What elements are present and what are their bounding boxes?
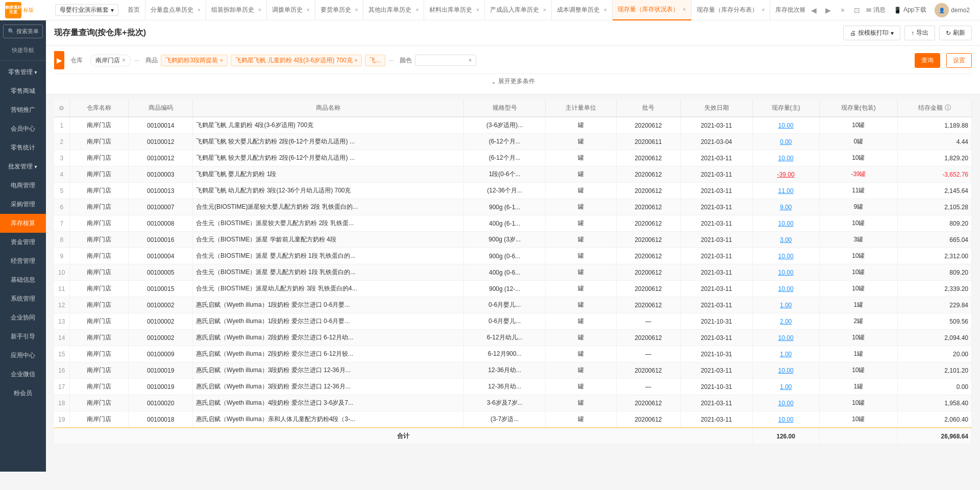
remove-icon[interactable]: × [122, 57, 126, 64]
cell-qty-main[interactable]: 10.00 [752, 362, 819, 379]
close-icon[interactable]: × [543, 7, 546, 13]
filter-expand-arrow[interactable]: ▶ [54, 51, 64, 69]
close-icon[interactable]: × [415, 7, 419, 13]
gear-icon[interactable]: ⚙ [59, 105, 64, 112]
sidebar-item-ecommerce[interactable]: 电商管理 [0, 176, 46, 195]
sidebar-item-new-guide[interactable]: 新手引导 [0, 327, 46, 346]
sidebar-item-app-center[interactable]: 应用中心 [0, 346, 46, 365]
sidebar-item-retail[interactable]: 零售管理 ▼ [0, 63, 46, 82]
sidebar-item-wholesale[interactable]: 批发管理 ▼ [0, 157, 46, 176]
cell-qty-main[interactable]: 2.00 [752, 313, 819, 330]
cell-qty-main[interactable]: 1.00 [752, 297, 819, 313]
warehouse-dropdown[interactable]: 南岸门店 × [90, 55, 131, 66]
expand-more-conditions[interactable]: ⌄ 展开更多条件 [54, 74, 972, 89]
close-icon[interactable]: × [476, 7, 479, 13]
sidebar-item-inventory[interactable]: 库存核算 [0, 214, 46, 233]
tab-split-stock[interactable]: 分量盘点单历史× [145, 0, 206, 20]
close-icon[interactable]: × [355, 7, 358, 13]
tab-close-icon[interactable]: × [838, 0, 848, 20]
tab-next-icon[interactable]: ▶ [823, 0, 834, 20]
tab-stock-status[interactable]: 现存量（库存状况表）× [612, 0, 692, 20]
message-btn[interactable]: ✉ 消息 [866, 6, 886, 14]
tab-home[interactable]: 首页 [122, 0, 145, 20]
remove-icon[interactable]: × [355, 58, 358, 63]
tab-product-in[interactable]: 产成品入库单历史× [485, 0, 552, 20]
sidebar-item-fan-member[interactable]: 粉会员 [0, 384, 46, 403]
row-num: 14 [54, 330, 69, 346]
tab-transfer[interactable]: 调拨单历史× [267, 0, 315, 20]
cell-qty-main[interactable]: 10.00 [752, 264, 819, 281]
row-num: 8 [54, 232, 69, 248]
cell-qty-main[interactable]: 10.00 [752, 150, 819, 166]
sidebar-item-enterprise-wechat[interactable]: 企业微信 [0, 365, 46, 384]
export-button[interactable]: ↑ 导出 [904, 26, 935, 40]
cell-name: 合生元（BIOSTIME）派星 婴儿配方奶粉 1段 乳铁蛋白的... [193, 264, 464, 281]
sidebar-item-retail-shop[interactable]: 零售商城 [0, 82, 46, 101]
cell-qty-main[interactable]: 9.00 [752, 199, 819, 215]
color-select[interactable]: ▾ [415, 55, 476, 66]
cell-qty-main[interactable]: 10.00 [752, 330, 819, 346]
cell-qty-main[interactable]: 1.00 [752, 346, 819, 362]
close-icon[interactable]: × [762, 7, 765, 13]
close-icon[interactable]: × [604, 7, 607, 13]
app-download-btn[interactable]: 📱 App下载 [894, 6, 926, 14]
close-icon[interactable]: × [258, 7, 261, 13]
col-qty-main: 现存量(主) [752, 100, 819, 117]
cell-unit: 罐 [546, 232, 616, 248]
close-icon[interactable]: × [198, 7, 201, 13]
sidebar-item-purchase[interactable]: 采购管理 [0, 195, 46, 214]
sidebar-item-retail-stats[interactable]: 零售统计 [0, 138, 46, 157]
col-qty-pkg: 现存量(包装) [819, 100, 898, 117]
tab-cost-adjust[interactable]: 成本调整单历史× [552, 0, 612, 20]
cell-qty-main[interactable]: 10.00 [752, 248, 819, 264]
tab-batch-ledger[interactable]: 库存批次账× [770, 0, 805, 20]
settings-button[interactable]: 设置 [946, 53, 972, 68]
cell-unit: 罐 [546, 313, 616, 330]
table-row: 4 南岸门店 00100003 飞鹤星飞帆 婴儿配方奶粉 1段 1段(0-6个.… [54, 166, 972, 183]
cell-qty-main[interactable]: 1.00 [752, 379, 819, 395]
cell-qty-main[interactable]: 10.00 [752, 281, 819, 297]
sidebar-item-marketing[interactable]: 营销推广 [0, 101, 46, 119]
sidebar-shortcut-btn[interactable]: 快捷导航 [0, 42, 46, 58]
sidebar-item-operations[interactable]: 经营管理 [0, 252, 46, 271]
cell-qty-main[interactable]: 10.00 [752, 395, 819, 411]
sidebar-item-finance[interactable]: 资金管理 [0, 233, 46, 252]
cell-qty-main[interactable]: 3.00 [752, 232, 819, 248]
tab-other-out[interactable]: 其他出库单历史× [363, 0, 424, 20]
sidebar-item-basics[interactable]: 基础信息 [0, 271, 46, 289]
cell-expire: 2021-03-11 [680, 215, 752, 232]
tab-expand-icon[interactable]: ⊡ [852, 0, 862, 20]
cell-code: 00100019 [129, 379, 193, 395]
tab-requisition[interactable]: 要货单历史× [315, 0, 364, 20]
user-profile[interactable]: 👤 demo2 [935, 3, 970, 17]
close-icon[interactable]: × [683, 7, 686, 12]
sidebar-item-member[interactable]: 会员中心 [0, 119, 46, 138]
cell-spec: 12-36月幼... [464, 362, 546, 379]
close-icon[interactable]: × [307, 7, 310, 13]
cell-qty-main[interactable]: 10.00 [752, 411, 819, 428]
row-num: 6 [54, 199, 69, 215]
cell-batch: 20200612 [616, 150, 680, 166]
cell-qty-main[interactable]: 11.00 [752, 183, 819, 199]
sidebar-item-enterprise[interactable]: 企业协同 [0, 308, 46, 327]
cell-qty-main[interactable]: -39.00 [752, 166, 819, 183]
cell-batch: 20200612 [616, 362, 680, 379]
tab-prev-icon[interactable]: ◀ [809, 0, 819, 20]
template-print-button[interactable]: 🖨 按模板打印 ▾ [843, 26, 900, 40]
account-dropdown[interactable]: 母婴行业演示账套 ▾ [55, 4, 118, 16]
cell-expire: 2021-03-11 [680, 330, 752, 346]
search-single-button[interactable]: 🔍 搜索英单 [3, 24, 43, 38]
cell-spec: 900g (6-1... [464, 199, 546, 215]
refresh-button[interactable]: ↻ 刷新 [939, 26, 972, 40]
tab-material-out[interactable]: 材料出库单历史× [424, 0, 485, 20]
remove-icon[interactable]: × [220, 58, 223, 63]
tab-stock-dist[interactable]: 现存量（库存分布表）× [692, 0, 771, 20]
tab-disassemble[interactable]: 组装拆卸单历史× [206, 0, 267, 20]
cell-batch: 20200612 [616, 330, 680, 346]
query-button[interactable]: 查询 [915, 53, 940, 68]
cell-expire: 2021-03-11 [680, 264, 752, 281]
cell-qty-main[interactable]: 10.00 [752, 215, 819, 232]
cell-qty-main[interactable]: 0.00 [752, 134, 819, 150]
cell-qty-main[interactable]: 10.00 [752, 117, 819, 134]
sidebar-item-system[interactable]: 系统管理 [0, 289, 46, 308]
